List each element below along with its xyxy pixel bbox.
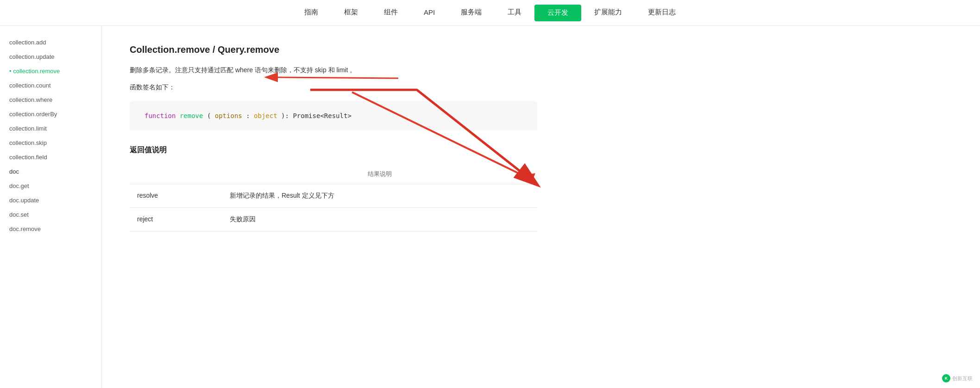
- sidebar-item-collection-skip[interactable]: collection.skip: [0, 136, 101, 150]
- table-row-reject: reject 失败原因: [130, 208, 537, 232]
- sidebar-item-doc-remove[interactable]: doc.remove: [0, 222, 101, 236]
- nav-item-api[interactable]: API: [411, 0, 448, 26]
- sidebar-item-collection-add[interactable]: collection.add: [0, 35, 101, 50]
- sub-description: 函数签名如下：: [130, 83, 537, 92]
- sidebar-item-doc-get[interactable]: doc.get: [0, 179, 101, 193]
- main-content: Collection.remove / Query.remove 删除多条记录。…: [102, 26, 565, 388]
- sidebar-item-doc-set[interactable]: doc.set: [0, 207, 101, 222]
- code-param-type: object: [254, 112, 277, 119]
- return-section-heading: 返回值说明: [130, 145, 537, 155]
- nav-item-guide[interactable]: 指南: [291, 0, 331, 26]
- result-table: 结果说明 resolve 新增记录的结果，Result 定义见下方 reject…: [130, 164, 537, 232]
- svg-line-1: [278, 77, 398, 78]
- sidebar-item-collection-update[interactable]: collection.update: [0, 50, 101, 64]
- page-layout: collection.add collection.update collect…: [0, 26, 980, 388]
- nav-item-changelog[interactable]: 更新日志: [635, 0, 689, 26]
- watermark-label: 创新互联: [952, 375, 973, 382]
- code-param-name: options: [215, 112, 242, 119]
- nav-item-framework[interactable]: 框架: [331, 0, 371, 26]
- code-paren-open: (: [207, 112, 211, 119]
- code-block: function remove ( options : object ): Pr…: [130, 101, 537, 131]
- nav-item-extend[interactable]: 扩展能力: [581, 0, 635, 26]
- nav-item-server[interactable]: 服务端: [448, 0, 495, 26]
- nav-items-container: 指南 框架 组件 API 服务端 工具 云开发 扩展能力 更新日志: [291, 0, 689, 26]
- sidebar-item-collection-remove[interactable]: collection.remove: [0, 64, 101, 78]
- code-colon: :: [246, 112, 254, 119]
- sidebar-item-collection-count[interactable]: collection.count: [0, 78, 101, 93]
- sidebar-item-collection-field[interactable]: collection.field: [0, 150, 101, 164]
- main-description: 删除多条记录。注意只支持通过匹配 where 语句来删除，不支持 skip 和 …: [130, 64, 537, 76]
- sidebar-category-doc: doc: [0, 164, 101, 179]
- table-cell-reject-key: reject: [130, 208, 222, 232]
- code-keyword: function: [144, 112, 176, 119]
- sidebar: collection.add collection.update collect…: [0, 26, 102, 388]
- table-cell-resolve-value: 新增记录的结果，Result 定义见下方: [222, 184, 537, 208]
- code-paren-close: ): Promise<Result>: [281, 112, 352, 119]
- sidebar-item-collection-orderby[interactable]: collection.orderBy: [0, 107, 101, 121]
- table-col-key: [130, 164, 222, 184]
- nav-item-tools[interactable]: 工具: [495, 0, 534, 26]
- table-row-resolve: resolve 新增记录的结果，Result 定义见下方: [130, 184, 537, 208]
- nav-item-components[interactable]: 组件: [371, 0, 411, 26]
- nav-item-cloud[interactable]: 云开发: [534, 5, 581, 21]
- sidebar-item-collection-limit[interactable]: collection.limit: [0, 121, 101, 136]
- table-col-description: 结果说明: [222, 164, 537, 184]
- content-wrapper: 删除多条记录。注意只支持通过匹配 where 语句来删除，不支持 skip 和 …: [130, 64, 537, 131]
- sidebar-item-collection-where[interactable]: collection.where: [0, 93, 101, 107]
- sidebar-item-doc-update[interactable]: doc.update: [0, 193, 101, 207]
- watermark: K 创新互联: [942, 374, 973, 382]
- page-title: Collection.remove / Query.remove: [130, 44, 537, 55]
- code-fn-name: remove: [180, 112, 203, 119]
- top-navigation: 指南 框架 组件 API 服务端 工具 云开发 扩展能力 更新日志: [0, 0, 980, 26]
- table-cell-resolve-key: resolve: [130, 184, 222, 208]
- table-cell-reject-value: 失败原因: [222, 208, 537, 232]
- watermark-icon: K: [942, 374, 950, 382]
